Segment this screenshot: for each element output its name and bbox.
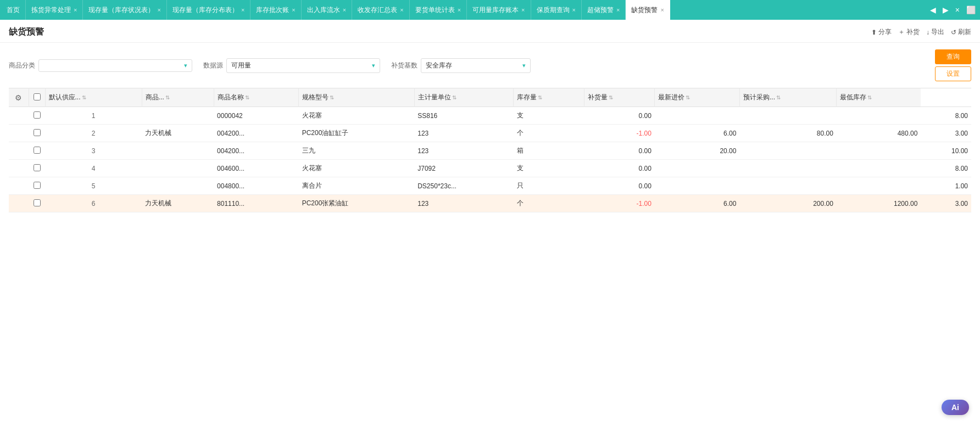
tab-nav-prev[interactable]: ◀ [927,0,939,20]
col-stock: 库存量 ⇅ [514,88,584,107]
row-settings-cell [9,177,29,195]
datasource-label: 数据源 [203,61,223,70]
filter-replenish-group: 补货基数 安全库存 ▾ [391,58,531,73]
close-tab-flow[interactable]: × [343,7,346,13]
close-tab-expiry[interactable]: × [572,7,576,13]
close-tab-batch[interactable]: × [292,7,295,13]
cell-latest-price [739,142,836,160]
tab-summary[interactable]: 收发存汇总表 × [352,0,409,20]
query-button[interactable]: 查询 [935,49,971,64]
tab-picking[interactable]: 拣货异常处理 × [26,0,83,20]
cell-min-stock: 10.00 [921,142,971,160]
col-checkbox [29,88,45,107]
row-number: 2 [45,125,142,142]
col-replenish-sort[interactable]: 补货量 ⇅ [588,93,651,102]
col-unit-sort[interactable]: 主计量单位 ⇅ [418,93,510,102]
tab-overstock[interactable]: 超储预警 × [582,0,626,20]
export-icon: ↓ [926,29,929,36]
tab-action-maximize[interactable]: ⬜ [963,0,979,20]
tab-inventory-dist[interactable]: 现存量（库存分布表） × [167,0,250,20]
row-number: 6 [45,195,142,212]
cell-product-code: 004200... [214,125,299,142]
category-label: 商品分类 [9,61,35,70]
cell-est-purchase: 1200.00 [837,195,921,212]
close-tab-inventory-status[interactable]: × [157,7,160,13]
cell-replenish: 6.00 [655,125,740,142]
replenish-sort-icon: ⇅ [609,94,613,100]
refresh-action[interactable]: ↺ 刷新 [951,27,971,37]
replenish-chevron-icon: ▾ [522,62,526,69]
cell-stock: 0.00 [584,142,654,160]
table-row: 2力天机械004200...PC200油缸缸子123个-1.006.0080.0… [9,125,971,142]
tab-batch[interactable]: 库存批次账 × [250,0,301,20]
cell-latest-price [739,160,836,177]
col-supplier-sort[interactable]: 默认供应... ⇅ [49,93,138,102]
close-tab-available[interactable]: × [521,7,525,13]
row-checkbox[interactable] [34,129,41,136]
table-row: 4004600...火花塞J7092支0.008.00 [9,160,971,177]
page-header: 缺货预警 ⬆ 分享 ＋ 补货 ↓ 导出 ↺ 刷新 [0,20,980,43]
close-tab-shortage[interactable]: × [660,7,664,13]
tab-requisition[interactable]: 要货单统计表 × [410,0,467,20]
replenish-action[interactable]: ＋ 补货 [898,27,920,37]
settings-button[interactable]: 设置 [935,66,971,81]
cell-unit: 箱 [514,142,584,160]
close-tab-summary[interactable]: × [400,7,403,13]
select-all-checkbox[interactable] [34,93,41,100]
filter-actions: 查询 设置 [935,49,971,81]
cell-product-name: PC200张紧油缸 [299,195,415,212]
col-spec-sort[interactable]: 规格型号 ⇅ [302,93,411,102]
share-icon: ⬆ [871,29,877,36]
tab-shortage[interactable]: 缺货预警 × [626,0,670,20]
cell-replenish [655,160,740,177]
col-min-stock: 最低库存 ⇅ [837,88,921,107]
cell-latest-price [739,177,836,195]
row-checkbox[interactable] [34,147,41,154]
cell-latest-price [739,107,836,125]
datasource-select[interactable]: 可用量 ▾ [226,58,380,73]
min-sort-icon: ⇅ [867,94,872,100]
table-container: ⚙ 默认供应... ⇅ 商品... ⇅ [0,88,980,212]
cell-est-purchase [837,160,921,177]
col-min-sort[interactable]: 最低库存 ⇅ [840,93,917,102]
cell-spec: 123 [414,142,514,160]
tab-home[interactable]: 首页 [1,0,26,20]
ai-badge[interactable]: Ai [942,400,969,415]
tab-nav-next[interactable]: ▶ [939,0,952,20]
cell-product-name: 三九 [299,142,415,160]
replenish-icon: ＋ [898,27,905,37]
close-tab-overstock[interactable]: × [616,7,620,13]
cell-replenish: 6.00 [655,195,740,212]
code-sort-icon: ⇅ [165,94,170,100]
tab-available[interactable]: 可用量库存账本 × [467,0,531,20]
close-tab-inventory-dist[interactable]: × [241,7,244,13]
cell-replenish [655,177,740,195]
share-action[interactable]: ⬆ 分享 [871,27,892,37]
row-checkbox[interactable] [34,164,41,171]
price-sort-icon: ⇅ [686,94,690,100]
row-checkbox[interactable] [34,111,41,119]
row-checkbox-cell [29,107,45,125]
cell-product-name: 离合片 [299,177,415,195]
tab-action-close-all[interactable]: × [952,0,963,20]
col-price-sort[interactable]: 最新进价 ⇅ [658,93,736,102]
col-est-sort[interactable]: 预计采购... ⇅ [743,93,833,102]
row-settings-cell [9,195,29,212]
row-checkbox[interactable] [34,199,41,206]
category-select[interactable]: ▾ [38,59,192,72]
replenish-select[interactable]: 安全库存 ▾ [421,58,531,73]
tab-expiry[interactable]: 保质期查询 × [531,0,582,20]
close-tab-requisition[interactable]: × [458,7,461,13]
stock-sort-icon: ⇅ [538,94,542,100]
col-code-sort[interactable]: 商品... ⇅ [146,93,210,102]
col-name-sort[interactable]: 商品名称 ⇅ [218,93,296,102]
close-tab-picking[interactable]: × [74,7,77,13]
export-action[interactable]: ↓ 导出 [926,27,944,37]
cell-min-stock: 3.00 [921,195,971,212]
cell-est-purchase [837,177,921,195]
tab-flow[interactable]: 出入库流水 × [302,0,352,20]
row-checkbox[interactable] [34,182,41,189]
table-gear-icon[interactable]: ⚙ [15,93,22,102]
tab-inventory-status[interactable]: 现存量（库存状况表） × [83,0,166,20]
col-stock-sort[interactable]: 库存量 ⇅ [517,93,580,102]
